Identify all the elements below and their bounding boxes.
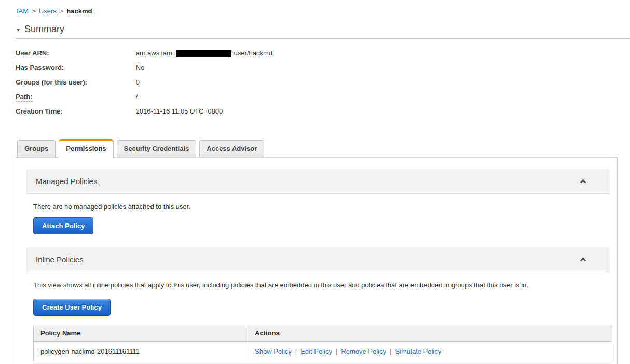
summary-rows: User ARN: arn:aws:iam:::user/hackmd Has … [16,46,630,119]
creation-time-label: Creation Time: [16,104,134,119]
action-separator: | [295,347,297,355]
summary-title: Summary [24,24,64,35]
summary-row-groups: Groups (for this user): 0 [16,75,630,90]
summary-row-user-arn: User ARN: arn:aws:iam:::user/hackmd [16,46,630,61]
actions-cell: Show Policy|Edit Policy|Remove Policy|Si… [248,342,612,361]
summary-row-path: Path: / [16,90,630,104]
creation-time-value: 2016-11-16 11:05 UTC+0800 [136,107,223,115]
iam-user-detail-page: IAM>Users>hackmd ▾ Summary User ARN: arn… [0,0,630,364]
groups-value: 0 [136,78,140,86]
edit-policy-link[interactable]: Edit Policy [300,347,332,355]
breadcrumb-link-users[interactable]: Users [39,7,57,15]
redacted-account-id [176,50,231,57]
breadcrumb-link-iam[interactable]: IAM [17,7,29,15]
remove-policy-link[interactable]: Remove Policy [341,347,386,355]
has-password-value: No [136,64,145,72]
table-header-row: Policy Name Actions [34,325,612,342]
create-user-policy-button[interactable]: Create User Policy [33,299,111,316]
summary-divider [16,38,630,39]
groups-label: Groups (for this user): [16,75,134,90]
chevron-up-icon [580,258,586,263]
managed-policies-body: There are no managed policies attached t… [26,194,610,247]
policy-name-cell: policygen-hackmd-201611161111 [34,342,248,361]
summary-row-creation-time: Creation Time: 2016-11-16 11:05 UTC+0800 [16,104,630,119]
breadcrumb-current-user: hackmd [66,7,92,15]
user-detail-tabs: Groups Permissions Security Credentials … [17,139,630,157]
actions-column-header: Actions [248,325,612,342]
action-separator: | [390,347,391,355]
summary-header: ▾ Summary [17,24,630,35]
tab-security-credentials[interactable]: Security Credentials [117,140,197,157]
path-value: / [136,93,138,101]
attach-policy-button[interactable]: Attach Policy [33,217,93,234]
inline-policies-description: This view shows all inline policies that… [33,281,610,289]
tab-access-advisor[interactable]: Access Advisor [199,140,264,157]
summary-row-has-password: Has Password: No [16,61,630,75]
managed-policies-collapse-button[interactable] [580,175,600,187]
user-arn-value: arn:aws:iam:::user/hackmd [136,49,272,57]
tab-permissions[interactable]: Permissions [59,139,113,158]
inline-policies-title: Inline Policies [36,255,84,264]
has-password-label: Has Password: [16,61,134,75]
action-separator: | [336,347,337,355]
inline-policies-header: Inline Policies [26,247,610,272]
breadcrumb-separator: > [32,7,36,15]
managed-policies-title: Managed Policies [36,177,97,186]
breadcrumb-separator: > [60,7,64,15]
inline-policies-collapse-button[interactable] [580,254,600,265]
path-label: Path: [16,90,134,104]
policy-name-column-header: Policy Name [34,325,248,342]
managed-policies-header: Managed Policies [26,169,610,194]
managed-policies-empty-text: There are no managed policies attached t… [33,203,610,211]
tab-groups[interactable]: Groups [17,140,56,157]
user-arn-label: User ARN: [16,46,134,61]
inline-policies-body: This view shows all inline policies that… [26,272,610,361]
collapse-caret-icon[interactable]: ▾ [17,26,20,33]
permissions-tab-panel: Managed Policies There are no managed po… [16,157,618,364]
simulate-policy-link[interactable]: Simulate Policy [395,347,441,355]
table-row: policygen-hackmd-201611161111 Show Polic… [34,342,612,361]
show-policy-link[interactable]: Show Policy [255,347,292,355]
breadcrumb: IAM>Users>hackmd [17,7,630,15]
chevron-up-icon [580,179,586,185]
inline-policies-table: Policy Name Actions policygen-hackmd-201… [33,325,612,361]
